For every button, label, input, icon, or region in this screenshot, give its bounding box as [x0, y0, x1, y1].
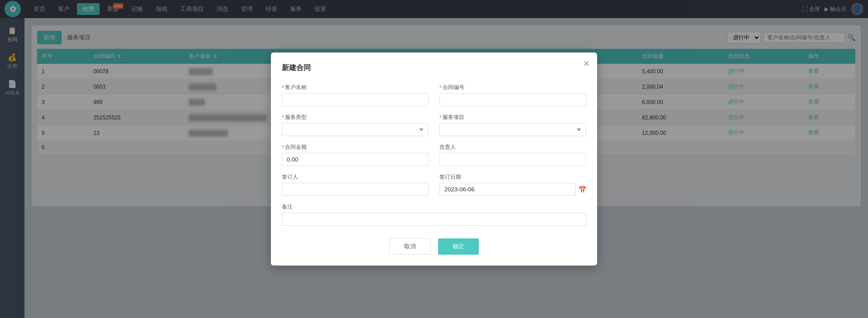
- form-row-amount: * 合同金额: [282, 143, 429, 166]
- form-row-responsible: 负责人: [439, 143, 586, 166]
- notes-input[interactable]: [282, 213, 586, 226]
- service-item-select[interactable]: [439, 123, 586, 136]
- confirm-button[interactable]: 确定: [438, 238, 479, 255]
- new-contract-dialog: 新建合同 ✕ * 客户名称 * 合同编号 *: [271, 52, 597, 266]
- calendar-icon[interactable]: 📅: [579, 186, 586, 193]
- customer-name-input[interactable]: [282, 93, 429, 106]
- sign-date-input[interactable]: [439, 183, 576, 196]
- amount-input[interactable]: [282, 153, 429, 166]
- contract-no-label: * 合同编号: [439, 84, 586, 91]
- sign-date-label: 签订日期: [439, 173, 586, 181]
- form-row-signer: 签订人: [282, 173, 429, 196]
- form-row-service-type: * 服务类型: [282, 114, 429, 136]
- form-grid: * 客户名称 * 合同编号 * 服务类型: [282, 84, 586, 226]
- form-row-sign-date: 签订日期 📅: [439, 173, 586, 196]
- service-type-label: * 服务类型: [282, 114, 429, 121]
- responsible-label: 负责人: [439, 143, 586, 151]
- modal-overlay[interactable]: 新建合同 ✕ * 客户名称 * 合同编号 *: [0, 0, 868, 318]
- form-row-contract-no: * 合同编号: [439, 84, 586, 106]
- dialog-title: 新建合同: [282, 63, 586, 73]
- signer-input[interactable]: [282, 183, 429, 196]
- service-type-select[interactable]: [282, 123, 429, 136]
- service-item-label: * 服务项目: [439, 114, 586, 121]
- form-row-customer: * 客户名称: [282, 84, 429, 106]
- signer-label: 签订人: [282, 173, 429, 181]
- responsible-input[interactable]: [439, 153, 586, 166]
- customer-name-label: * 客户名称: [282, 84, 429, 91]
- dialog-footer: 取消 确定: [282, 238, 586, 255]
- notes-label: 备注: [282, 203, 586, 211]
- contract-no-input[interactable]: [439, 93, 586, 106]
- amount-label: * 合同金额: [282, 143, 429, 151]
- cancel-button[interactable]: 取消: [389, 238, 431, 255]
- form-row-notes: 备注: [282, 203, 586, 226]
- close-icon[interactable]: ✕: [583, 60, 590, 68]
- form-row-service-item: * 服务项目: [439, 114, 586, 136]
